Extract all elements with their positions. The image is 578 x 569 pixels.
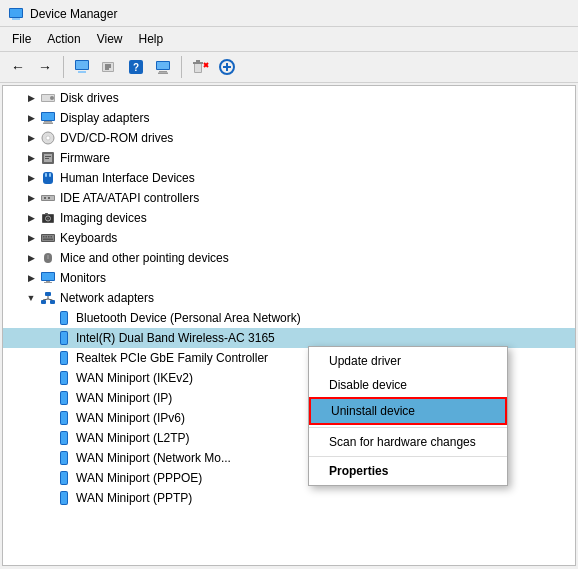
label-wan-ikev2: WAN Miniport (IKEv2) — [76, 371, 193, 385]
svg-rect-30 — [42, 113, 54, 120]
svg-rect-65 — [41, 300, 46, 304]
svg-rect-40 — [45, 173, 47, 177]
label-network: Network adapters — [60, 291, 154, 305]
svg-rect-19 — [193, 62, 203, 64]
tree-item-display-adapters[interactable]: ▶ Display adapters — [3, 108, 575, 128]
icon-hid — [39, 169, 57, 187]
icon-wan-ikev2 — [55, 369, 73, 387]
icon-firmware — [39, 149, 57, 167]
tree-item-network[interactable]: ▼ Network adapters — [3, 288, 575, 308]
svg-rect-37 — [45, 156, 51, 157]
svg-rect-83 — [61, 432, 67, 444]
computer-button[interactable] — [151, 55, 175, 79]
uninstall-button[interactable] — [188, 55, 212, 79]
label-intel-wifi: Intel(R) Dual Band Wireless-AC 3165 — [76, 331, 275, 345]
tree-item-disk-drives[interactable]: ▶ Disk drives — [3, 88, 575, 108]
svg-rect-63 — [44, 282, 52, 283]
svg-rect-73 — [61, 332, 67, 344]
svg-rect-56 — [51, 236, 53, 238]
svg-rect-44 — [44, 197, 46, 199]
chevron-disk-drives: ▶ — [23, 90, 39, 106]
svg-rect-20 — [196, 60, 200, 62]
menu-file[interactable]: File — [4, 29, 39, 49]
title-bar-icon — [8, 6, 24, 22]
label-wan-ip: WAN Miniport (IP) — [76, 391, 172, 405]
tree-item-hid[interactable]: ▶ Human Interface Devices — [3, 168, 575, 188]
scan-button[interactable] — [215, 55, 239, 79]
context-menu-properties[interactable]: Properties — [309, 459, 507, 483]
label-imaging: Imaging devices — [60, 211, 147, 225]
help-button[interactable]: ? — [124, 55, 148, 79]
svg-rect-89 — [61, 492, 67, 504]
chevron-ide: ▶ — [23, 190, 39, 206]
tree-item-dvdrom[interactable]: ▶ DVD/CD-ROM drives — [3, 128, 575, 148]
context-menu-separator-2 — [309, 456, 507, 457]
svg-rect-66 — [50, 300, 55, 304]
chevron-realtek — [39, 350, 55, 366]
svg-rect-5 — [78, 71, 86, 73]
menu-help[interactable]: Help — [131, 29, 172, 49]
icon-ide — [39, 189, 57, 207]
chevron-firmware: ▶ — [23, 150, 39, 166]
context-menu-uninstall-device[interactable]: Uninstall device — [309, 397, 507, 425]
label-wan-l2tp: WAN Miniport (L2TP) — [76, 431, 190, 445]
svg-rect-31 — [44, 121, 52, 123]
icon-realtek — [55, 349, 73, 367]
device-tree[interactable]: ▶ Disk drives ▶ Display adapte — [2, 85, 576, 566]
back-button[interactable]: ← — [6, 55, 30, 79]
update-driver-button[interactable] — [97, 55, 121, 79]
icon-wan-ip — [55, 389, 73, 407]
svg-rect-52 — [42, 235, 54, 241]
svg-rect-53 — [43, 236, 45, 238]
label-keyboards: Keyboards — [60, 231, 117, 245]
svg-rect-57 — [43, 239, 53, 241]
tree-item-firmware[interactable]: ▶ Firmware — [3, 148, 575, 168]
svg-rect-18 — [195, 64, 201, 72]
icon-imaging — [39, 209, 57, 227]
svg-text:?: ? — [133, 62, 139, 73]
svg-rect-71 — [61, 312, 67, 324]
context-menu-scan-changes[interactable]: Scan for hardware changes — [309, 430, 507, 454]
label-dvdrom: DVD/CD-ROM drives — [60, 131, 173, 145]
menu-view[interactable]: View — [89, 29, 131, 49]
tree-item-bluetooth[interactable]: Bluetooth Device (Personal Area Network) — [3, 308, 575, 328]
chevron-imaging: ▶ — [23, 210, 39, 226]
chevron-display-adapters: ▶ — [23, 110, 39, 126]
svg-rect-50 — [45, 213, 48, 215]
menu-bar: File Action View Help — [0, 27, 578, 51]
svg-point-49 — [47, 218, 49, 220]
svg-point-34 — [46, 136, 50, 140]
svg-rect-64 — [45, 292, 51, 296]
tree-item-monitors[interactable]: ▶ Monitors — [3, 268, 575, 288]
icon-wan-pptp — [55, 489, 73, 507]
svg-rect-32 — [43, 123, 53, 125]
svg-rect-2 — [12, 18, 20, 20]
label-ide: IDE ATA/ATAPI controllers — [60, 191, 199, 205]
tree-item-imaging[interactable]: ▶ Imaging devices — [3, 208, 575, 228]
svg-rect-39 — [43, 172, 53, 184]
icon-wan-ipv6 — [55, 409, 73, 427]
tree-item-ide[interactable]: ▶ IDE ATA/ATAPI controllers — [3, 188, 575, 208]
svg-rect-15 — [159, 71, 167, 73]
menu-action[interactable]: Action — [39, 29, 88, 49]
properties-button[interactable] — [70, 55, 94, 79]
tree-item-intel-wifi[interactable]: Intel(R) Dual Band Wireless-AC 3165 — [3, 328, 575, 348]
icon-wan-l2tp — [55, 429, 73, 447]
svg-rect-14 — [157, 62, 169, 69]
forward-button[interactable]: → — [33, 55, 57, 79]
svg-rect-55 — [48, 236, 50, 238]
svg-point-28 — [50, 96, 54, 100]
icon-bluetooth — [55, 309, 73, 327]
svg-rect-45 — [48, 197, 50, 199]
label-realtek: Realtek PCIe GbE Family Controller — [76, 351, 268, 365]
context-menu: Update driver Disable device Uninstall d… — [308, 346, 508, 486]
svg-line-68 — [43, 299, 48, 300]
svg-rect-1 — [10, 9, 22, 17]
tree-item-keyboards[interactable]: ▶ Keyboards — [3, 228, 575, 248]
tree-item-wan-pptp[interactable]: WAN Miniport (PPTP) — [3, 488, 575, 508]
chevron-mice: ▶ — [23, 250, 39, 266]
tree-item-mice[interactable]: ▶ Mice and other pointing devices — [3, 248, 575, 268]
context-menu-disable-device[interactable]: Disable device — [309, 373, 507, 397]
svg-rect-75 — [61, 352, 67, 364]
context-menu-update-driver[interactable]: Update driver — [309, 349, 507, 373]
